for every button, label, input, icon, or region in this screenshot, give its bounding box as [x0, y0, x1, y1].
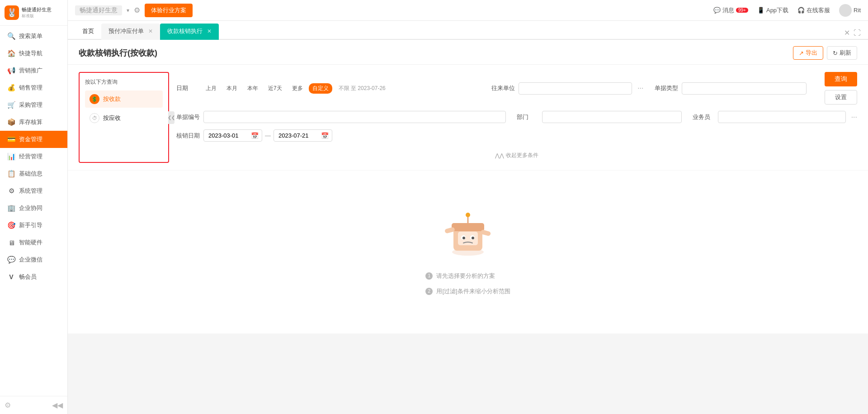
user-name: Rit [854, 7, 861, 14]
sales-icon: 💰 [7, 84, 15, 92]
purchase-icon: 🛒 [7, 101, 15, 109]
brand-text: 畅捷通好生意 [75, 5, 122, 15]
message-button[interactable]: 💬 消息 99+ [713, 6, 748, 14]
sidebar-item-inventory[interactable]: 📦 库存核算 [0, 114, 67, 131]
counterpart-dots-icon[interactable]: ··· [637, 84, 643, 92]
sidebar-item-search[interactable]: 🔍 搜索菜单 [0, 28, 67, 45]
staff-input[interactable] [718, 111, 846, 123]
settings-icon[interactable]: ⚙ [5, 401, 11, 409]
filter-form: 日期 上月 本月 本年 近7天 更多 自定义 不限 至 2023-07-26 [176, 72, 857, 163]
doc-no-field: 单据编号 [176, 111, 506, 123]
sidebar-bottom: ⚙ ◀◀ [0, 396, 67, 414]
basic-info-icon: 📋 [7, 170, 15, 178]
sidebar-item-purchase[interactable]: 🛒 采购管理 [0, 96, 67, 114]
date-this-year[interactable]: 本年 [243, 83, 262, 94]
tab-prepay-close-icon[interactable]: ✕ [148, 28, 153, 34]
date-more[interactable]: 更多 [288, 83, 307, 94]
sidebar-label-inventory: 库存核算 [19, 118, 42, 126]
sidebar-label-basic-info: 基础信息 [19, 170, 42, 178]
writeoff-date-range: 📅 — 📅 [203, 129, 332, 142]
user-info[interactable]: Rit [839, 4, 861, 17]
doc-type-select[interactable] [682, 82, 807, 95]
query-button[interactable]: 查询 [825, 72, 857, 86]
collapse-up-icon: ⋀⋀ [495, 152, 504, 159]
doc-no-input[interactable] [203, 111, 506, 123]
tab-prepay-label: 预付冲应付单 [108, 27, 144, 35]
tip-num-1: 1 [425, 272, 433, 280]
industry-plan-button[interactable]: 体验行业方案 [145, 4, 193, 17]
svg-rect-2 [452, 223, 484, 231]
tab-prepay[interactable]: 预付冲应付单 ✕ [101, 24, 160, 40]
date-no-limit: 不限 至 2023-07-26 [339, 85, 386, 92]
sidebar-item-guide[interactable]: 🎯 新手引导 [0, 217, 67, 234]
sidebar-item-wechat[interactable]: 💬 企业微信 [0, 251, 67, 268]
export-button[interactable]: ↗ 导出 [793, 46, 823, 60]
dropdown-arrow-icon[interactable]: ▾ [127, 7, 129, 14]
logo-icon: 🐰 [5, 5, 19, 20]
marketing-icon: 📢 [7, 67, 15, 75]
query-type-label: 按以下方查询 [85, 78, 163, 86]
tab-writeoff-close-icon[interactable]: ✕ [207, 28, 212, 34]
filter-row-1: 日期 上月 本月 本年 近7天 更多 自定义 不限 至 2023-07-26 [176, 72, 857, 105]
operations-icon: 📊 [7, 152, 15, 161]
topbar-gear-icon[interactable]: ⚙ [134, 6, 140, 14]
sidebar-nav: 🔍 搜索菜单 🏠 快捷导航 📢 营销推广 💰 销售管理 🛒 采购管理 📦 库存核… [0, 26, 67, 396]
collapse-more-button[interactable]: ⋀⋀ 收起更多条件 [176, 148, 857, 163]
logo-title: 畅捷通好生意 [22, 6, 52, 13]
sidebar-item-quick-nav[interactable]: 🏠 快捷导航 [0, 45, 67, 62]
guide-icon: 🎯 [7, 221, 15, 229]
sidebar-item-enterprise[interactable]: 🏢 企业协同 [0, 200, 67, 217]
sidebar-item-marketing[interactable]: 📢 营销推广 [0, 62, 67, 79]
date-field: 日期 上月 本月 本年 近7天 更多 自定义 不限 至 2023-07-26 [176, 83, 481, 94]
query-type-panel: 按以下方查询 💲 按收款 ⏱ 按应收 ❮❮ [79, 72, 169, 163]
tab-close-window-icon[interactable]: ✕ [844, 29, 850, 37]
sidebar-label-sales: 销售管理 [19, 84, 42, 92]
dept-select[interactable] [542, 111, 682, 123]
counterpart-input[interactable] [519, 82, 632, 95]
topbar-brand: 畅捷通好生意 [75, 5, 122, 15]
sidebar-item-operations[interactable]: 📊 经营管理 [0, 148, 67, 165]
staff-dots-icon[interactable]: ··· [851, 113, 857, 121]
filter-area: 按以下方查询 💲 按收款 ⏱ 按应收 ❮❮ 日期 [68, 65, 868, 170]
svg-point-9 [466, 213, 470, 217]
sidebar-item-basic-info[interactable]: 📋 基础信息 [0, 165, 67, 182]
sidebar-item-hardware[interactable]: 🖥 智能硬件 [0, 234, 67, 251]
query-by-receivable[interactable]: ⏱ 按应收 [85, 109, 163, 127]
query-by-receipt[interactable]: 💲 按收款 [85, 90, 163, 108]
date-custom[interactable]: 自定义 [309, 83, 332, 94]
writeoff-date-end[interactable] [274, 129, 332, 142]
sidebar-label-search: 搜索菜单 [19, 32, 42, 40]
export-icon: ↗ [799, 50, 804, 57]
message-icon: 💬 [713, 7, 721, 14]
sidebar-item-system[interactable]: ⚙ 系统管理 [0, 182, 67, 200]
settings-button[interactable]: 设置 [825, 90, 857, 105]
panel-collapse-button[interactable]: ❮❮ [168, 111, 175, 124]
sidebar-item-sales[interactable]: 💰 销售管理 [0, 79, 67, 96]
topbar-right: 💬 消息 99+ 📱 App下载 🎧 在线客服 Rit [713, 4, 861, 17]
main-area: 畅捷通好生意 ▾ ⚙ 体验行业方案 💬 消息 99+ 📱 App下载 🎧 在线客… [68, 0, 868, 414]
date-last-month[interactable]: 上月 [202, 83, 221, 94]
tip-text-1: 请先选择要分析的方案 [436, 270, 495, 282]
collapse-more-label: 收起更多条件 [506, 152, 538, 159]
counterpart-label: 往来单位 [491, 84, 515, 92]
tip-num-2: 2 [425, 288, 433, 295]
date-7days[interactable]: 近7天 [264, 83, 286, 94]
writeoff-date-start[interactable] [203, 129, 262, 142]
sidebar-label-hardware: 智能硬件 [19, 238, 42, 247]
message-label: 消息 [722, 6, 734, 14]
sidebar-item-member[interactable]: V 畅会员 [0, 268, 67, 286]
writeoff-date-end-wrap: 📅 [274, 129, 332, 142]
sidebar-label-guide: 新手引导 [19, 221, 42, 229]
online-service-button[interactable]: 🎧 在线客服 [797, 6, 830, 14]
date-this-month[interactable]: 本月 [222, 83, 241, 94]
receipt-label: 按收款 [103, 95, 121, 103]
tab-home[interactable]: 首页 [75, 24, 101, 40]
app-download-button[interactable]: 📱 App下载 [757, 6, 788, 14]
tab-writeoff[interactable]: 收款核销执行 ✕ [160, 24, 219, 40]
sidebar-item-finance[interactable]: 💳 资金管理 [0, 131, 67, 148]
app-icon: 📱 [757, 7, 764, 14]
date-options: 上月 本月 本年 近7天 更多 自定义 [202, 83, 332, 94]
collapse-sidebar-icon[interactable]: ◀◀ [52, 401, 63, 409]
tab-maximize-icon[interactable]: ⛶ [854, 29, 861, 37]
refresh-button[interactable]: ↻ 刷新 [827, 46, 857, 60]
